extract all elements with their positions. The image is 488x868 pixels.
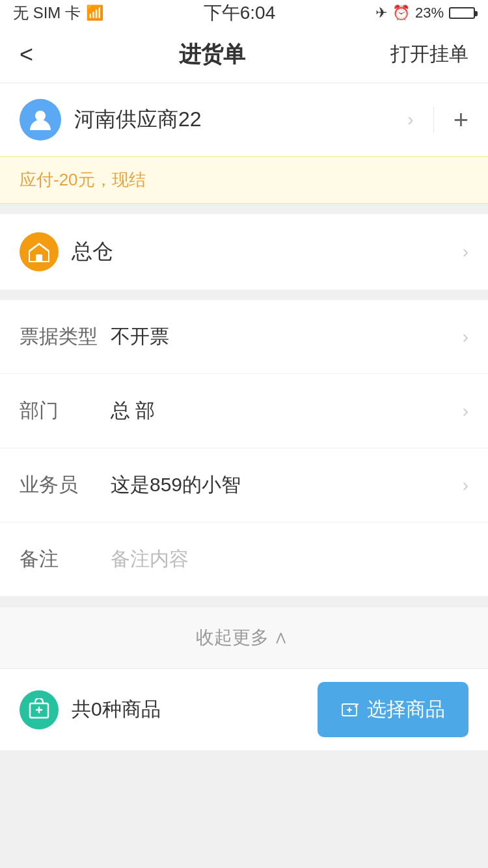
products-count: 共0种商品	[72, 696, 318, 723]
supplier-section: 河南供应商22 › + 应付-20元，现结	[0, 83, 488, 204]
salesman-row[interactable]: 业务员 这是859的小智 ›	[0, 448, 488, 522]
warehouse-chevron-icon: ›	[463, 241, 468, 262]
invoice-label: 票据类型	[20, 323, 98, 350]
supplier-row[interactable]: 河南供应商22 › +	[0, 83, 488, 156]
divider	[433, 107, 434, 133]
department-row[interactable]: 部门 总 部 ›	[0, 374, 488, 448]
status-bar: 无 SIM 卡 📶 下午6:04 ✈ ⏰ 23%	[0, 0, 488, 26]
warehouse-name: 总仓	[72, 237, 463, 266]
salesman-value: 这是859的小智	[111, 472, 463, 498]
supplier-name: 河南供应商22	[74, 105, 407, 134]
products-icon	[20, 690, 59, 729]
collapse-row[interactable]: 收起更多 ∧	[0, 606, 488, 668]
content-area: 河南供应商22 › + 应付-20元，现结 总仓 › 票据类型	[0, 83, 488, 750]
collapse-label: 收起更多 ∧	[196, 625, 289, 650]
bottom-bar: 共0种商品 选择商品	[0, 668, 488, 750]
supplier-chevron-icon: ›	[407, 109, 413, 130]
invoice-row[interactable]: 票据类型 不开票 ›	[0, 300, 488, 374]
back-button[interactable]: <	[20, 41, 33, 68]
select-products-button[interactable]: 选择商品	[318, 682, 468, 737]
warehouse-row[interactable]: 总仓 ›	[0, 214, 488, 290]
department-chevron-icon: ›	[463, 401, 468, 422]
remark-input[interactable]: 备注内容	[111, 546, 468, 573]
status-carrier: 无 SIM 卡 📶	[13, 3, 103, 23]
department-label: 部门	[20, 398, 98, 424]
invoice-value: 不开票	[111, 323, 463, 350]
status-time: 下午6:04	[204, 1, 276, 25]
remark-label: 备注	[20, 546, 98, 573]
invoice-chevron-icon: ›	[463, 327, 468, 347]
location-icon: ✈	[375, 5, 387, 21]
salesman-chevron-icon: ›	[463, 475, 468, 496]
department-value: 总 部	[111, 398, 463, 424]
page-title: 进货单	[179, 40, 245, 70]
salesman-label: 业务员	[20, 472, 98, 498]
svg-rect-1	[36, 254, 42, 262]
supplier-avatar	[20, 99, 61, 141]
nav-bar: < 进货单 打开挂单	[0, 26, 488, 83]
remark-row: 备注 备注内容	[0, 522, 488, 596]
warehouse-icon	[20, 232, 59, 271]
status-right: ✈ ⏰ 23%	[375, 5, 475, 21]
wifi-icon: 📶	[86, 5, 103, 21]
battery-icon	[449, 7, 475, 19]
form-section: 票据类型 不开票 › 部门 总 部 › 业务员 这是859的小智 › 备注 备注…	[0, 300, 488, 596]
add-supplier-button[interactable]: +	[454, 105, 468, 135]
notice-bar: 应付-20元，现结	[0, 156, 488, 204]
open-pending-button[interactable]: 打开挂单	[390, 41, 468, 68]
svg-point-0	[35, 111, 46, 121]
warehouse-section: 总仓 ›	[0, 214, 488, 290]
select-products-label: 选择商品	[367, 696, 445, 723]
alarm-icon: ⏰	[392, 5, 410, 21]
battery-level: 23%	[415, 5, 444, 21]
